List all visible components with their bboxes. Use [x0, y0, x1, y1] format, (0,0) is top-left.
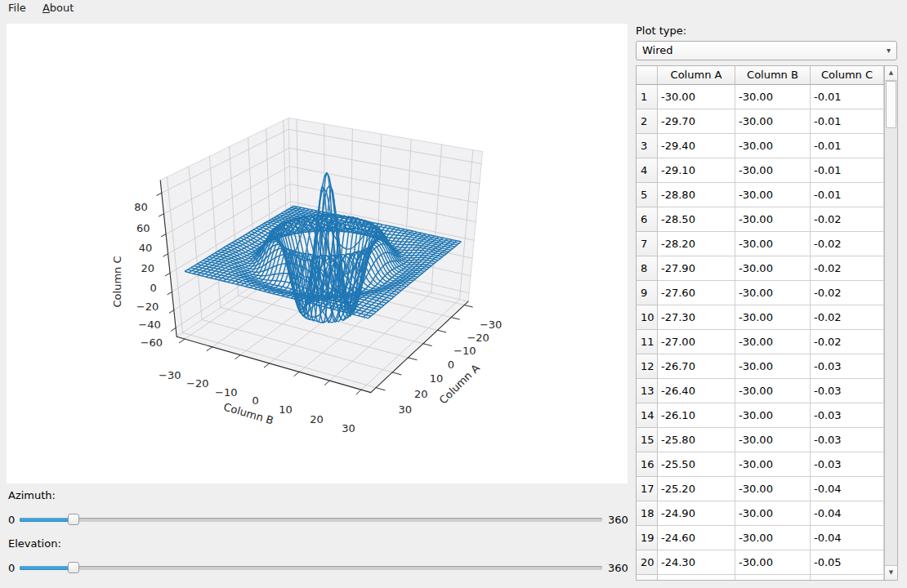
table-cell[interactable]: -30.00	[735, 256, 811, 281]
table-cell[interactable]: -30.00	[735, 330, 811, 354]
row-header[interactable]: 3	[637, 134, 658, 158]
table-cell[interactable]: -0.02	[811, 207, 884, 232]
column-header[interactable]: Column A	[658, 66, 735, 85]
menu-file[interactable]: File	[3, 2, 31, 14]
table-cell[interactable]: -30.00	[735, 550, 811, 575]
table-cell[interactable]	[811, 575, 884, 580]
table-cell[interactable]: -30.00	[735, 526, 811, 550]
table-cell[interactable]: -28.50	[658, 207, 735, 232]
row-header[interactable]: 19	[637, 526, 658, 550]
table-cell[interactable]: -30.00	[735, 85, 811, 109]
row-header[interactable]: 7	[637, 232, 658, 256]
azimuth-slider[interactable]	[20, 518, 602, 522]
table-cell[interactable]: -25.50	[658, 452, 735, 477]
table-cell[interactable]: -30.00	[735, 183, 811, 207]
table-cell[interactable]: -30.00	[735, 232, 811, 256]
row-header[interactable]: 20	[637, 550, 658, 575]
table-cell[interactable]: -30.00	[735, 452, 811, 477]
table-cell[interactable]: -24.90	[658, 501, 735, 526]
table-cell[interactable]: -30.00	[735, 305, 811, 330]
table-cell[interactable]: -28.20	[658, 232, 735, 256]
table-cell[interactable]	[658, 575, 735, 580]
surface-plot[interactable]: −30−20−100102030−30−20−10010203080604020…	[7, 24, 628, 483]
table-corner-header[interactable]	[637, 66, 658, 85]
row-header[interactable]: 1	[637, 85, 658, 109]
table-cell[interactable]: -0.02	[811, 330, 884, 354]
table-cell[interactable]: -30.00	[735, 477, 811, 501]
table-cell[interactable]: -30.00	[735, 134, 811, 158]
row-header[interactable]: 5	[637, 183, 658, 207]
table-cell[interactable]: -0.01	[811, 85, 884, 109]
table-cell[interactable]: -26.70	[658, 354, 735, 379]
table-cell[interactable]: -0.01	[811, 109, 884, 134]
table-cell[interactable]: -0.04	[811, 477, 884, 501]
table-cell[interactable]: -26.10	[658, 403, 735, 428]
row-header[interactable]: 12	[637, 354, 658, 379]
table-cell[interactable]: -24.30	[658, 550, 735, 575]
table-cell[interactable]: -27.90	[658, 256, 735, 281]
table-cell[interactable]: -0.01	[811, 134, 884, 158]
table-cell[interactable]: -30.00	[735, 158, 811, 183]
table-cell[interactable]: -30.00	[735, 428, 811, 452]
table-cell[interactable]: -26.40	[658, 379, 735, 403]
row-header[interactable]: 14	[637, 403, 658, 428]
row-header[interactable]: 18	[637, 501, 658, 526]
table-cell[interactable]	[735, 575, 811, 580]
table-cell[interactable]: -0.01	[811, 183, 884, 207]
row-header[interactable]: 17	[637, 477, 658, 501]
elevation-slider[interactable]	[20, 566, 602, 570]
table-cell[interactable]: -29.70	[658, 109, 735, 134]
table-scrollbar[interactable]: ▲ ▼	[884, 66, 897, 580]
row-header[interactable]: 13	[637, 379, 658, 403]
table-cell[interactable]: -29.40	[658, 134, 735, 158]
menu-about[interactable]: About	[38, 2, 78, 14]
table-cell[interactable]: -30.00	[658, 85, 735, 109]
plot-type-select[interactable]: Wired ▾	[636, 41, 897, 60]
row-header[interactable]: 9	[637, 281, 658, 305]
table-cell[interactable]: -0.05	[811, 550, 884, 575]
azimuth-slider-handle[interactable]	[68, 514, 79, 525]
scroll-down-button[interactable]: ▼	[885, 565, 897, 580]
row-header[interactable]: 8	[637, 256, 658, 281]
table-cell[interactable]: -30.00	[735, 403, 811, 428]
table-cell[interactable]: -0.02	[811, 256, 884, 281]
scroll-up-button[interactable]: ▲	[885, 66, 897, 81]
row-header[interactable]	[637, 575, 658, 580]
table-cell[interactable]: -25.80	[658, 428, 735, 452]
table-cell[interactable]: -0.02	[811, 305, 884, 330]
row-header[interactable]: 11	[637, 330, 658, 354]
table-cell[interactable]: -0.03	[811, 403, 884, 428]
plot-canvas[interactable]: −30−20−100102030−30−20−10010203080604020…	[7, 24, 628, 483]
table-cell[interactable]: -27.30	[658, 305, 735, 330]
table-cell[interactable]: -30.00	[735, 501, 811, 526]
table-cell[interactable]: -30.00	[735, 379, 811, 403]
table-cell[interactable]: -30.00	[735, 354, 811, 379]
row-header[interactable]: 15	[637, 428, 658, 452]
table-cell[interactable]: -29.10	[658, 158, 735, 183]
table-cell[interactable]: -0.02	[811, 232, 884, 256]
table-cell[interactable]: -0.03	[811, 428, 884, 452]
row-header[interactable]: 4	[637, 158, 658, 183]
column-header[interactable]: Column B	[735, 66, 811, 85]
table-cell[interactable]: -28.80	[658, 183, 735, 207]
scrollbar-thumb[interactable]	[886, 81, 896, 128]
table-cell[interactable]: -0.04	[811, 526, 884, 550]
table-cell[interactable]: -30.00	[735, 109, 811, 134]
table-cell[interactable]: -30.00	[735, 281, 811, 305]
row-header[interactable]: 6	[637, 207, 658, 232]
table-cell[interactable]: -30.00	[735, 207, 811, 232]
table-cell[interactable]: -0.03	[811, 354, 884, 379]
table-cell[interactable]: -27.00	[658, 330, 735, 354]
table-cell[interactable]: -24.60	[658, 526, 735, 550]
row-header[interactable]: 2	[637, 109, 658, 134]
row-header[interactable]: 10	[637, 305, 658, 330]
column-header[interactable]: Column C	[811, 66, 884, 85]
table-cell[interactable]: -0.01	[811, 158, 884, 183]
table-cell[interactable]: -0.03	[811, 452, 884, 477]
table-cell[interactable]: -25.20	[658, 477, 735, 501]
table-cell[interactable]: -0.04	[811, 501, 884, 526]
elevation-slider-handle[interactable]	[68, 562, 79, 573]
table-cell[interactable]: -27.60	[658, 281, 735, 305]
table-cell[interactable]: -0.02	[811, 281, 884, 305]
table-cell[interactable]: -0.03	[811, 379, 884, 403]
